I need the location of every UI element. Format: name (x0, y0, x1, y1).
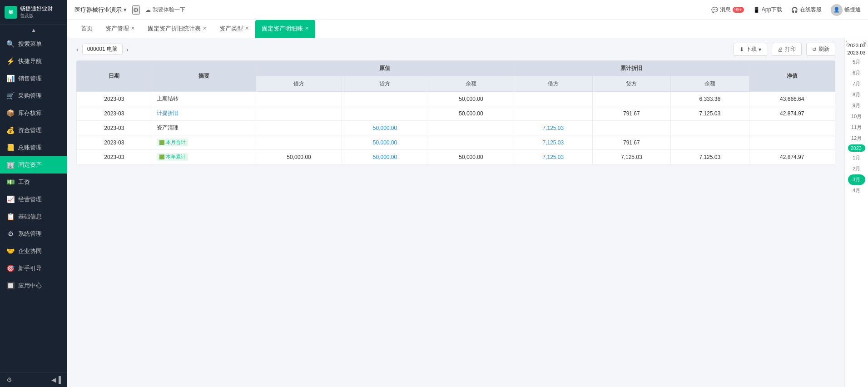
timeline-month-11月[interactable]: 11月 (848, 122, 865, 133)
experience-button[interactable]: ☁ 我要体验一下 (145, 6, 185, 14)
timeline-month-7月[interactable]: 7月 (848, 79, 865, 89)
tab-close-asset_type[interactable]: ✕ (245, 25, 249, 31)
row-date-3: 2023-03 (77, 135, 152, 150)
row-summary-1: 计提折旧 (152, 106, 256, 121)
timeline-month-after-3月[interactable]: 3月 (848, 174, 865, 185)
sidebar-item-guide[interactable]: 🎯 新手引导 (0, 260, 67, 277)
tab-depreciation_stat[interactable]: 固定资产折旧统计表 ✕ (141, 20, 213, 38)
row-lj-credit-3: 791.67 (592, 135, 670, 150)
sidebar-item-app_center[interactable]: 🔲 应用中心 (0, 277, 67, 294)
sidebar-label-collab: 企业协同 (18, 247, 42, 255)
timeline-content: 5月6月7月8月9月10月11月12月20231月2月3月4月 (848, 56, 865, 196)
sidebar-label-fixed_assets: 固定资产 (18, 161, 42, 169)
fixed_assets-icon: 🏢 (6, 161, 15, 169)
refresh-button[interactable]: ↺ 刷新 (806, 43, 835, 56)
timeline-month-10月[interactable]: 10月 (848, 111, 865, 122)
row-yz-debit-4: 50,000.00 (256, 150, 342, 164)
col-lj-balance: 余额 (671, 76, 749, 92)
col-yz-debit: 借方 (256, 76, 342, 92)
sidebar-label-purchase: 采购管理 (18, 92, 42, 100)
timeline-month-9月[interactable]: 9月 (848, 100, 865, 111)
timeline-month-12月[interactable]: 12月 (848, 133, 865, 144)
table-row: 2023-03 🟩本月合计 50,000.00 7,125.03 791.67 (77, 135, 835, 150)
topbar-gear-button[interactable]: ⚙ (132, 5, 140, 15)
sidebar-item-finance[interactable]: 💰 资金管理 (0, 122, 67, 139)
sidebar-item-purchase[interactable]: 🛒 采购管理 (0, 87, 67, 104)
summary-link-1[interactable]: 计提折旧 (157, 110, 179, 116)
tab-home[interactable]: 首页 (74, 20, 99, 38)
app-title: 畅捷通好业财 (20, 5, 53, 13)
row-yz-debit-0 (256, 92, 342, 106)
row-yz-balance-4: 50,000.00 (428, 150, 514, 164)
finance-icon: 💰 (6, 126, 15, 134)
inventory-icon: 📦 (6, 109, 15, 117)
row-lj-debit-3: 7,125.03 (514, 135, 592, 150)
row-yz-balance-1: 50,000.00 (428, 106, 514, 121)
app-download-action[interactable]: 📱 App下载 (753, 6, 782, 14)
sidebar-scroll-up[interactable]: ▲ (0, 25, 67, 35)
timeline-month-after-2月[interactable]: 2月 (848, 164, 865, 174)
row-yz-credit-4: 50,000.00 (342, 150, 428, 164)
sidebar-item-sales[interactable]: 📊 销售管理 (0, 70, 67, 87)
collapse-button[interactable]: ◀▐ (51, 376, 61, 383)
sidebar-item-basic_info[interactable]: 📋 基础信息 (0, 208, 67, 225)
company-selector[interactable]: 医疗器械行业演示 ▾ (74, 6, 127, 14)
row-lj-balance-2 (671, 121, 749, 135)
timeline-year-2023[interactable]: 2023 (848, 144, 865, 152)
asset-next-button[interactable]: › (126, 46, 129, 53)
timeline-close-button[interactable]: ✕ (863, 40, 867, 46)
row-lj-balance-4: 7,125.03 (671, 150, 749, 164)
col-summary: 摘要 (152, 61, 256, 92)
sidebar-label-sales: 销售管理 (18, 74, 42, 83)
settings-button[interactable]: ⚙ (6, 376, 12, 383)
user-label: 畅捷通 (844, 6, 861, 14)
sidebar-item-fixed_assets[interactable]: 🏢 固定资产 (0, 156, 67, 174)
sidebar-label-quick_nav: 快捷导航 (18, 57, 42, 65)
row-lj-debit-2: 7,125.03 (514, 121, 592, 135)
row-yz-credit-0 (342, 92, 428, 106)
topbar: 医疗器械行业演示 ▾ ⚙ ☁ 我要体验一下 💬 消息 99+ 📱 App下载 🎧… (67, 0, 868, 20)
company-dropdown-icon[interactable]: ▾ (124, 6, 127, 13)
tab-close-depreciation_stat[interactable]: ✕ (203, 25, 207, 31)
sidebar-item-payroll[interactable]: 💵 工资 (0, 174, 67, 191)
sidebar-item-ledger[interactable]: 📒 总账管理 (0, 139, 67, 156)
sidebar-item-operations[interactable]: 📈 经营管理 (0, 191, 67, 208)
tab-asset_type[interactable]: 资产类型 ✕ (213, 20, 255, 38)
ledger-icon: 📒 (6, 144, 15, 152)
tab-close-asset_detail[interactable]: ✕ (305, 25, 309, 31)
row-yz-debit-1 (256, 106, 342, 121)
timeline-month-5月[interactable]: 5月 (848, 57, 865, 67)
tab-asset_detail[interactable]: 固定资产明细账 ✕ (255, 20, 315, 38)
tab-asset_mgmt[interactable]: 资产管理 ✕ (99, 20, 141, 38)
row-net-value-0: 43,666.64 (749, 92, 835, 106)
download-button[interactable]: ⬇ 下载 ▾ (734, 43, 767, 56)
user-action[interactable]: 👤 畅捷通 (831, 4, 861, 16)
timeline-expand-button[interactable]: ⟩ (846, 40, 848, 46)
table-row: 2023-03 上期结转 50,000.00 6,333.36 43,666.6… (77, 92, 835, 106)
sidebar-item-inventory[interactable]: 📦 库存核算 (0, 104, 67, 122)
print-button[interactable]: 🖨 打印 (772, 43, 802, 56)
tab-label-asset_type: 资产类型 (219, 25, 243, 33)
print-icon: 🖨 (778, 46, 783, 53)
tab-close-asset_mgmt[interactable]: ✕ (131, 25, 135, 31)
tab-label-asset_mgmt: 资产管理 (105, 25, 129, 33)
online-service-action[interactable]: 🎧 在线客服 (791, 6, 822, 14)
timeline-month-6月[interactable]: 6月 (848, 68, 865, 78)
messages-action[interactable]: 💬 消息 99+ (711, 6, 744, 14)
timeline-month-8月[interactable]: 8月 (848, 89, 865, 100)
sidebar-item-system[interactable]: ⚙ 系统管理 (0, 225, 67, 243)
row-yz-balance-3 (428, 135, 514, 150)
main-area: 医疗器械行业演示 ▾ ⚙ ☁ 我要体验一下 💬 消息 99+ 📱 App下载 🎧… (67, 0, 868, 387)
sidebar-label-ledger: 总账管理 (18, 144, 42, 152)
app_center-icon: 🔲 (6, 282, 15, 290)
sidebar-item-collab[interactable]: 🤝 企业协同 (0, 243, 67, 260)
row-net-value-2 (749, 121, 835, 135)
timeline-month-after-1月[interactable]: 1月 (848, 153, 865, 163)
timeline-month-after-4月[interactable]: 4月 (848, 185, 865, 196)
row-lj-debit-1 (514, 106, 592, 121)
asset-tag: 000001 电脑 (82, 44, 123, 55)
sidebar-item-quick_nav[interactable]: ⚡ 快捷导航 (0, 53, 67, 70)
asset-prev-button[interactable]: ‹ (76, 46, 79, 53)
row-date-2: 2023-03 (77, 121, 152, 135)
sidebar-item-search[interactable]: 🔍 搜索菜单 (0, 35, 67, 53)
